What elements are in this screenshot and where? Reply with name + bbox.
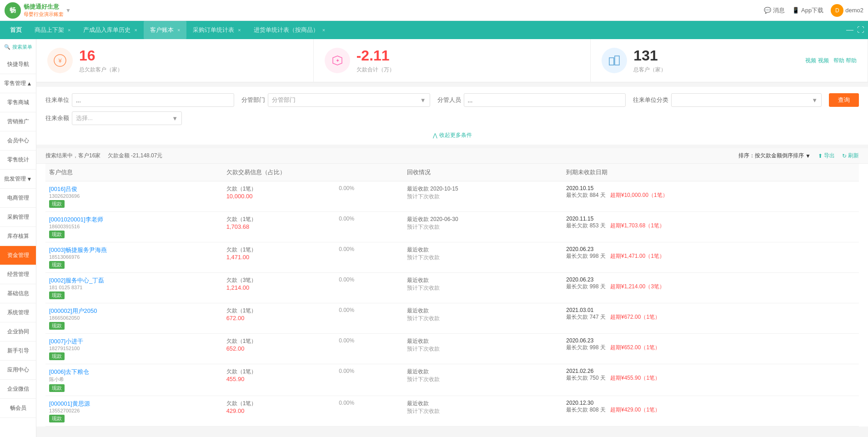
category-select[interactable]: ▼ bbox=[671, 93, 822, 107]
help-btn[interactable]: 帮助 帮助 bbox=[833, 57, 857, 65]
overdue-link-2[interactable]: 超期¥1,471.00（1笔） bbox=[610, 253, 665, 259]
sidebar-item-membership[interactable]: 畅会员 bbox=[0, 399, 36, 418]
debt-amount-7[interactable]: 429.00 bbox=[226, 407, 332, 414]
overdue-date-1: 2020.11.15 bbox=[566, 216, 855, 222]
next-collect-3: 预计下次收款 bbox=[407, 284, 559, 292]
cell-due-4: 2021.03.01 最长欠款 747 天 超期¥672.00（1笔） bbox=[562, 303, 859, 334]
sidebar-item-basic-info[interactable]: 基础信息 bbox=[0, 284, 36, 303]
sidebar-item-members[interactable]: 会员中心 bbox=[0, 131, 36, 151]
sidebar-item-purchase-mgmt[interactable]: 采购管理 bbox=[0, 208, 36, 227]
sidebar-item-wholesale[interactable]: 批发管理 ▼ bbox=[0, 170, 36, 189]
debt-amount-2[interactable]: 1,471.00 bbox=[226, 254, 332, 261]
export-btn[interactable]: ⬆ 导出 bbox=[818, 152, 835, 160]
tab-inbound[interactable]: 进货单统计表（按商品） × bbox=[247, 21, 331, 39]
tab-close-products[interactable]: × bbox=[68, 27, 70, 33]
store-dropdown-arrow[interactable]: ▼ bbox=[65, 7, 71, 14]
customer-name-4[interactable]: [000002]用户2050 bbox=[49, 307, 219, 315]
cell-debt-count-3: 欠款（3笔） 1,214.00 bbox=[223, 273, 336, 303]
debt-pct-5: 0.00% bbox=[339, 337, 400, 344]
customer-name-5[interactable]: [0007]小进干 bbox=[49, 337, 219, 346]
sidebar-item-marketing[interactable]: 营销推广 bbox=[0, 112, 36, 131]
overdue-link-7[interactable]: 超期¥429.00（1笔） bbox=[610, 407, 660, 413]
debt-amount-6[interactable]: 455.90 bbox=[226, 376, 332, 382]
supplier-input[interactable]: ... bbox=[72, 93, 234, 107]
sidebar-item-operations[interactable]: 经营管理 bbox=[0, 265, 36, 284]
result-actions: 排序：按欠款金额倒序排序 ▼ ⬆ 导出 ↻ 刷新 bbox=[738, 152, 859, 160]
sidebar-item-wechat[interactable]: 企业微信 bbox=[0, 380, 36, 399]
tab-close-customer-ledger[interactable]: × bbox=[177, 27, 180, 33]
debt-amount-5[interactable]: 652.00 bbox=[226, 345, 332, 352]
user-profile[interactable]: D demo2 bbox=[831, 4, 863, 17]
manager-input[interactable]: ... bbox=[464, 93, 626, 107]
search-menu-btn[interactable]: 🔍 搜索菜单 bbox=[4, 44, 32, 50]
recent-collect-7: 最近收款 bbox=[407, 400, 559, 407]
sidebar-item-guide[interactable]: 新手引导 bbox=[0, 342, 36, 361]
sidebar-item-retail[interactable]: 零售管理 ▲ bbox=[0, 74, 36, 93]
overdue-link-4[interactable]: 超期¥672.00（1笔） bbox=[610, 314, 660, 320]
balance-select[interactable]: 选择... ▼ bbox=[72, 111, 182, 125]
customer-name-3[interactable]: [0002]服务中心_丁磊 bbox=[49, 276, 219, 285]
video-btn[interactable]: 视频 视频 bbox=[805, 57, 828, 65]
customer-name-6[interactable]: [0006]去下粮仓 bbox=[49, 368, 219, 376]
tab-close-inbound[interactable]: × bbox=[322, 27, 325, 33]
next-collect-7: 预计下次收款 bbox=[407, 407, 559, 415]
sidebar-item-retail-mall[interactable]: 零售商城 bbox=[0, 93, 36, 112]
search-button[interactable]: 查询 bbox=[829, 93, 859, 107]
debt-count-0: 欠款（1笔） bbox=[226, 185, 332, 193]
debt-count-5: 欠款（1笔） bbox=[226, 337, 332, 345]
dept-arrow: ▼ bbox=[420, 97, 426, 104]
message-btn[interactable]: 💬 消息 bbox=[764, 6, 785, 15]
sidebar-item-retail-stats[interactable]: 零售统计 bbox=[0, 151, 36, 170]
debt-amount-1[interactable]: 1,703.68 bbox=[226, 223, 332, 230]
cell-collection-5: 最近收款 预计下次收款 bbox=[403, 334, 562, 364]
tab-customer-ledger[interactable]: 客户账本 × bbox=[144, 21, 186, 39]
refresh-btn[interactable]: ↻ 刷新 bbox=[842, 152, 859, 160]
sidebar-item-finance[interactable]: 资金管理 bbox=[0, 246, 36, 265]
svg-rect-4 bbox=[615, 56, 619, 65]
sort-label[interactable]: 排序：按欠款金额倒序排序 ▼ bbox=[738, 152, 811, 160]
sidebar-item-enterprise[interactable]: 企业协同 bbox=[0, 322, 36, 342]
collapse-btn[interactable]: ⋀ 收起更多条件 bbox=[433, 131, 472, 139]
customer-name-7[interactable]: [000001]黄思源 bbox=[49, 400, 219, 408]
overdue-link-5[interactable]: 超期¥652.00（1笔） bbox=[610, 344, 660, 351]
stat-card-2: ✦ -2.11 欠款合计（万） bbox=[314, 39, 591, 82]
filter-row-2: 往来余额 选择... ▼ bbox=[45, 111, 859, 125]
customer-name-0[interactable]: [0016]吕俊 bbox=[49, 185, 219, 193]
sidebar-item-ecommerce[interactable]: 电商管理 bbox=[0, 189, 36, 208]
sidebar-item-inventory[interactable]: 库存核算 bbox=[0, 227, 36, 246]
tab-close-inventory[interactable]: × bbox=[134, 27, 137, 33]
cell-debt-pct-3: 0.00% bbox=[335, 273, 403, 303]
overdue-link-3[interactable]: 超期¥1,214.00（3笔） bbox=[610, 283, 665, 290]
recent-collect-3: 最近收款 bbox=[407, 276, 559, 284]
debt-amount-4[interactable]: 672.00 bbox=[226, 315, 332, 321]
debt-amount-0[interactable]: 10,000.00 bbox=[226, 193, 332, 200]
nav-minimize-btn[interactable]: — bbox=[846, 26, 853, 34]
customer-name-2[interactable]: [0003]畅捷服务尹海燕 bbox=[49, 246, 219, 254]
table-header: 客户信息 欠款交易信息（占比） 回收情况 到期未收款日期 bbox=[45, 164, 859, 181]
debt-amount-3[interactable]: 1,214.00 bbox=[226, 284, 332, 291]
dept-select[interactable]: 分管部门 ▼ bbox=[268, 93, 430, 107]
cell-due-6: 2021.02.26 最长欠款 750 天 超期¥455.90（1笔） bbox=[562, 364, 859, 396]
tab-products[interactable]: 商品上下架 × bbox=[28, 21, 77, 39]
balance-label: 往来余额 bbox=[45, 114, 69, 122]
customer-name-1[interactable]: [0001020001]李老师 bbox=[49, 216, 219, 224]
tab-close-purchase[interactable]: × bbox=[238, 27, 241, 33]
tab-inventory[interactable]: 产成品入库单历史 × bbox=[77, 21, 143, 39]
logo-text-area: 畅捷通好生意 母婴行业演示账套 bbox=[24, 3, 64, 18]
sidebar-item-system[interactable]: 系统管理 bbox=[0, 303, 36, 322]
overdue-link-0[interactable]: 超期¥10,000.00（1笔） bbox=[610, 192, 668, 198]
overdue-link-6[interactable]: 超期¥455.90（1笔） bbox=[610, 375, 660, 381]
sidebar-item-quick-nav[interactable]: 快捷导航 bbox=[0, 55, 36, 74]
store-name[interactable]: 母婴行业演示账套 bbox=[24, 11, 64, 18]
app-download-btn[interactable]: 📱 App下载 bbox=[792, 6, 823, 15]
cell-debt-count-7: 欠款（1笔） 429.00 bbox=[223, 396, 336, 427]
sidebar-item-app-center[interactable]: 应用中心 bbox=[0, 361, 36, 380]
nav-maximize-btn[interactable]: ⛶ bbox=[857, 26, 864, 34]
tab-home[interactable]: 首页 bbox=[4, 21, 28, 39]
overdue-link-1[interactable]: 超期¥1,703.68（1笔） bbox=[610, 222, 665, 229]
tab-purchase[interactable]: 采购订单统计表 × bbox=[186, 21, 247, 39]
customer-phone-4: 18665062050 bbox=[49, 315, 219, 321]
cell-debt-pct-5: 0.00% bbox=[335, 334, 403, 364]
next-collect-5: 预计下次收款 bbox=[407, 345, 559, 353]
top-bar: 畅 畅捷通好生意 母婴行业演示账套 ▼ 💬 消息 📱 App下载 D demo2 bbox=[0, 0, 868, 21]
